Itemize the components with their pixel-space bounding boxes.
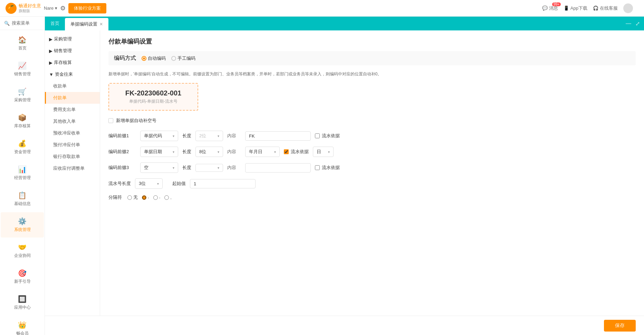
tab-home[interactable]: 首页 <box>45 17 65 30</box>
stream-1-checkbox[interactable]: 流水依据 <box>315 133 340 139</box>
sub-menu-item-receipts[interactable]: 收款单 <box>45 80 100 92</box>
auto-code-radio[interactable]: 自动编码 <box>142 55 166 62</box>
manual-code-radio[interactable]: 手工编码 <box>171 55 195 62</box>
sidebar-item-member[interactable]: 👑 畅会员 <box>1 316 44 335</box>
sub-menu-item-advance-payable[interactable]: 预付冲应付单 <box>45 139 100 151</box>
sep-dot2-radio[interactable] <box>153 195 158 200</box>
content-3-label: 内容 <box>227 165 241 171</box>
sub-menu-group-title-purchase[interactable]: ▶ 采购管理 <box>45 33 100 45</box>
prefix-2-select[interactable]: 单据日期 ▾ <box>140 147 178 157</box>
length-2-select[interactable]: 8位 ▾ <box>195 147 223 157</box>
sidebar-item-guide[interactable]: 🎯 新手引导 <box>1 264 44 289</box>
topbar: 🍊 畅通好生意 旗舰版 Nare ▾ ⚙ 体验行业方案 💬 消息 99+ 📱 A… <box>0 0 644 17</box>
sep-dot-radio[interactable] <box>142 195 146 200</box>
sidebar-item-enterprise[interactable]: 🤝 企业协同 <box>1 238 44 263</box>
sub-menu-item-payments[interactable]: 付款单 <box>45 92 100 104</box>
sub-menu-group-title-inventory[interactable]: ▶ 库存核算 <box>45 57 100 68</box>
enterprise-icon: 🤝 <box>18 243 27 251</box>
sub-menu-group-inventory: ▶ 库存核算 <box>45 57 100 68</box>
prefix-row-3: 编码前缀3 空 ▾ 长度 ▾ 内容 流水依据 <box>108 162 636 173</box>
purchase-icon: 🛒 <box>18 87 27 96</box>
apps-icon: 🔲 <box>18 295 27 303</box>
sidebar-nav: 🏠 首页 📈 销售管理 🛒 采购管理 📦 库存核算 💰 资金管理 <box>0 30 45 335</box>
sub-menu-group-capital: ▼ 资金往来 收款单 付款单 费用支出单 其他收入单 预收冲应收单 预付冲应付单… <box>45 68 100 174</box>
sep-period[interactable]: . <box>164 195 172 200</box>
content-1-input[interactable] <box>245 131 311 141</box>
topbar-nav: Nare ▾ ⚙ 体验行业方案 <box>44 3 106 13</box>
app-download-button[interactable]: 📱 App下载 <box>564 5 587 11</box>
tab-encoding-settings[interactable]: 单据编码设置 ✕ <box>65 18 108 30</box>
manual-code-radio-dot <box>171 56 176 61</box>
stream-3-checkbox[interactable]: 流水依据 <box>315 165 340 171</box>
sep-period-radio[interactable] <box>164 195 169 200</box>
length-1-select[interactable]: 2位 ▾ <box>195 131 223 141</box>
start-value-label: 起始值 <box>172 180 186 187</box>
stream-3-check[interactable] <box>315 165 320 170</box>
settings-icon[interactable]: ⚙ <box>60 4 66 12</box>
sidebar-item-finance[interactable]: 💰 资金管理 <box>1 134 44 160</box>
length-2-chevron: ▾ <box>218 150 219 154</box>
sidebar-item-purchase[interactable]: 🛒 采购管理 <box>1 83 44 108</box>
sub-menu-group-title-capital[interactable]: ▼ 资金往来 <box>45 68 100 80</box>
serial-length-select[interactable]: 3位 ▾ <box>135 178 163 189</box>
code-preview-main: FK-20230602-001 <box>117 89 189 97</box>
headset-icon: 🎧 <box>593 6 598 11</box>
serial-length-label: 流水号长度 <box>108 180 131 187</box>
length-1-label: 长度 <box>182 133 191 139</box>
content-3-input[interactable] <box>245 163 311 173</box>
sidebar-item-sales[interactable]: 📈 销售管理 <box>1 57 44 82</box>
prefix-2-chevron: ▾ <box>173 150 174 154</box>
experience-button[interactable]: 体验行业方案 <box>68 3 106 13</box>
sidebar-item-operations[interactable]: 📊 经营管理 <box>1 160 44 186</box>
code-preview-sub: 单据代码-单据日期-流水号 <box>117 99 189 104</box>
stream-unit-chevron: ▾ <box>328 150 330 154</box>
start-value-input[interactable] <box>190 179 256 188</box>
separator-label: 分隔符 <box>108 194 122 201</box>
encoding-method-label: 编码方式 <box>114 55 136 62</box>
sub-menu-item-adjustment[interactable]: 应收应付调整单 <box>45 162 100 174</box>
sep-dot[interactable]: · <box>142 195 149 200</box>
sub-menu-group-title-sales[interactable]: ▶ 销售管理 <box>45 45 100 57</box>
chevron-right-icon: ▶ <box>49 37 52 42</box>
tab-close-icon[interactable]: ✕ <box>99 22 103 27</box>
prefix-1-select[interactable]: 单据代码 ▾ <box>140 131 178 141</box>
sidebar-item-apps[interactable]: 🔲 应用中心 <box>1 290 44 315</box>
sidebar-item-basic-info[interactable]: 📋 基础信息 <box>1 186 44 212</box>
stream-2-check[interactable] <box>284 149 289 154</box>
sub-menu-item-other-income[interactable]: 其他收入单 <box>45 115 100 127</box>
length-1-chevron: ▾ <box>218 134 219 138</box>
online-service-button[interactable]: 🎧 在线客服 <box>593 5 618 11</box>
stream-unit-select[interactable]: 日 ▾ <box>313 147 334 157</box>
mobile-icon: 📱 <box>564 6 569 11</box>
tab-expand-button[interactable]: ⤢ <box>634 19 641 28</box>
form-area: 付款单编码设置 编码方式 自动编码 手工编码 <box>100 30 644 316</box>
sep-dot2[interactable]: · <box>153 195 161 200</box>
sidebar-item-system[interactable]: ⚙️ 系统管理 <box>1 212 44 238</box>
messages-button[interactable]: 💬 消息 99+ <box>542 5 558 11</box>
length-3-chevron: ▾ <box>218 166 219 170</box>
sub-menu-item-advance-receivable[interactable]: 预收冲应收单 <box>45 127 100 139</box>
sep-none[interactable]: 无 <box>127 194 138 201</box>
prefix-3-select[interactable]: 空 ▾ <box>140 162 178 173</box>
stream-1-check[interactable] <box>315 133 320 138</box>
sidebar-item-home[interactable]: 🏠 首页 <box>1 31 44 56</box>
serial-number-row: 流水号长度 3位 ▾ 起始值 <box>108 178 636 189</box>
page-content: ▶ 采购管理 ▶ 销售管理 ▶ 库存核算 <box>45 30 644 316</box>
sep-none-radio[interactable] <box>127 195 132 200</box>
auto-code-radio-dot <box>142 56 146 61</box>
tab-minimize-button[interactable]: — <box>624 19 633 28</box>
tabbar-actions: — ⤢ <box>622 17 644 30</box>
save-button[interactable]: 保存 <box>604 320 636 332</box>
length-3-select[interactable]: ▾ <box>195 164 223 172</box>
sub-menu-item-expenses[interactable]: 费用支出单 <box>45 104 100 115</box>
sub-menu-item-bank-deposit[interactable]: 银行存取款单 <box>45 151 100 162</box>
sidebar-search[interactable]: 🔍 搜索菜单 <box>0 17 45 30</box>
search-icon: 🔍 <box>4 21 10 26</box>
sidebar-item-inventory[interactable]: 📦 库存核算 <box>1 109 44 134</box>
avatar[interactable] <box>623 3 633 13</box>
encoding-method: 编码方式 自动编码 手工编码 <box>108 51 636 65</box>
topbar-nav-dropdown[interactable]: Nare ▾ <box>44 6 57 11</box>
content-2-select[interactable]: 年月日 ▾ <box>245 147 280 157</box>
stream-2-checkbox[interactable]: 流水依据 <box>284 149 309 155</box>
auto-fill-checkbox[interactable] <box>108 118 113 123</box>
